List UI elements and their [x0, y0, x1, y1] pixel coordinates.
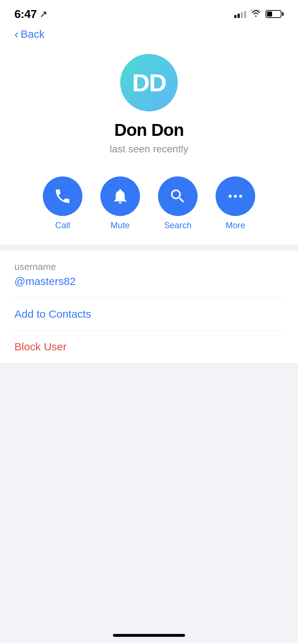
avatar: DD — [120, 54, 178, 111]
back-chevron-icon: ‹ — [14, 28, 18, 40]
signal-icon — [234, 10, 246, 18]
more-action[interactable]: More — [216, 176, 255, 230]
call-button[interactable] — [43, 176, 82, 216]
call-label: Call — [55, 220, 70, 230]
nav-bar: ‹ Back — [0, 22, 298, 47]
profile-name: Don Don — [114, 120, 184, 140]
svg-point-0 — [229, 195, 231, 198]
username-row: username @masters82 — [14, 251, 284, 298]
home-indicator — [113, 634, 185, 637]
mute-label: Mute — [110, 220, 130, 230]
section-divider — [0, 245, 298, 251]
call-action[interactable]: Call — [43, 176, 82, 230]
more-label: More — [226, 220, 245, 230]
username-label: username — [14, 261, 284, 272]
search-label: Search — [164, 220, 191, 230]
bell-icon — [111, 187, 129, 205]
block-user-link[interactable]: Block User — [14, 341, 284, 353]
wifi-icon — [250, 9, 261, 19]
username-value: @masters82 — [14, 275, 284, 288]
svg-point-1 — [234, 195, 237, 198]
battery-icon — [266, 10, 284, 18]
status-bar: 6:47 ↗ — [0, 0, 298, 22]
mute-button[interactable] — [100, 176, 140, 216]
status-icons — [234, 9, 284, 19]
avatar-initials: DD — [132, 69, 166, 97]
gray-area — [0, 363, 298, 643]
svg-point-2 — [239, 195, 242, 198]
mute-action[interactable]: Mute — [100, 176, 140, 230]
add-contacts-row[interactable]: Add to Contacts — [14, 298, 284, 331]
profile-section: DD Don Don last seen recently — [0, 47, 298, 166]
back-label: Back — [21, 28, 45, 40]
location-icon: ↗ — [40, 9, 48, 20]
search-action[interactable]: Search — [158, 176, 198, 230]
more-button[interactable] — [216, 176, 255, 216]
search-icon — [169, 187, 187, 205]
action-buttons: Call Mute Search More — [0, 166, 298, 245]
search-button[interactable] — [158, 176, 198, 216]
block-user-row[interactable]: Block User — [14, 331, 284, 363]
info-section: username @masters82 Add to Contacts Bloc… — [0, 251, 298, 363]
back-button[interactable]: ‹ Back — [14, 28, 45, 40]
status-time: 6:47 — [14, 8, 37, 21]
phone-icon — [54, 187, 72, 205]
more-icon — [226, 187, 244, 205]
profile-status: last seen recently — [110, 143, 188, 155]
add-contacts-link[interactable]: Add to Contacts — [14, 308, 284, 320]
